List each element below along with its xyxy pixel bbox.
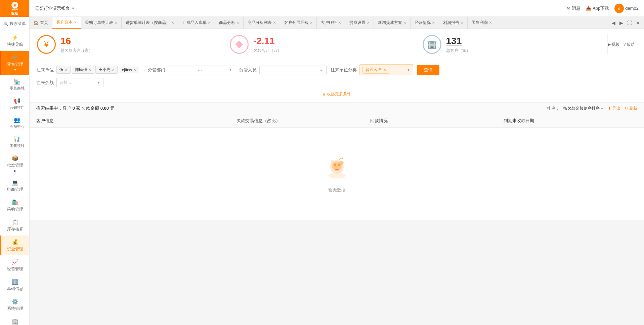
stat-total-debt-customers: ¥ 16 总欠款客户（家）	[36, 34, 222, 55]
sidebar: ¥ 畅捷通 标版 🔍 搜索菜单 ⚡ 快捷导航 🛒 零售管理 ▼ 🏪 零售商城 📢…	[0, 0, 30, 325]
tab-close-business-status[interactable]: ✕	[432, 21, 435, 25]
tab-home[interactable]: 🏠 首页	[30, 17, 52, 29]
sidebar-item-member[interactable]: 👥 会员中心	[0, 113, 29, 133]
home-icon: 🏠	[34, 21, 39, 25]
tab-product-instock[interactable]: 产成品入库单 ✕	[178, 17, 215, 29]
operations-label: 经营管理	[7, 266, 23, 272]
balance-select[interactable]: 选择... ▼	[56, 78, 103, 87]
sort-select[interactable]: 按欠款金额倒序排序 ▼	[563, 106, 604, 111]
search-menu-button[interactable]: 🔍 搜索菜单	[2, 20, 27, 28]
collapse-button[interactable]: ∧ 收起更多条件	[318, 90, 355, 98]
tab-product-analysis-list[interactable]: 商品分析列表 ✕	[244, 17, 280, 29]
tab-maximize-button[interactable]: ⛶	[626, 20, 633, 26]
refresh-button[interactable]: ↻ 刷新	[625, 106, 637, 111]
sidebar-item-ecommerce[interactable]: 💻 电商管理	[0, 176, 29, 196]
sidebar-item-quick-nav[interactable]: ⚡ 快捷导航	[0, 31, 29, 51]
collapse-section: ∧ 收起更多条件	[36, 90, 637, 98]
sidebar-item-retail-stats[interactable]: 📊 零售统计	[0, 133, 29, 152]
sidebar-item-system[interactable]: ⚙️ 系统管理	[0, 295, 29, 315]
tab-promotion-settings[interactable]: 提成设置 ✕	[345, 17, 374, 29]
result-info: 搜索结果中，客户 0 家 欠款金额 0.00 元	[36, 105, 115, 111]
operations-icon: 📈	[12, 259, 18, 265]
tab-profit-report-label: 利润报告	[443, 20, 459, 26]
sidebar-item-basic-info[interactable]: ℹ️ 基础信息	[0, 275, 29, 295]
tab-stock-stats[interactable]: 进货单统计表（按商品） ✕	[122, 17, 178, 29]
tab-product-analysis[interactable]: 商品分析 ✕	[215, 17, 244, 29]
filter-more-tags[interactable]: ···	[140, 68, 144, 72]
filter-tag-chen-close[interactable]: ✕	[88, 68, 91, 72]
tab-customer-segment[interactable]: 客户分层经营 ✕	[280, 17, 317, 29]
filter-tag-wu-close[interactable]: ✕	[65, 68, 68, 72]
tab-profit-report[interactable]: 利润报告 ✕	[439, 17, 468, 29]
user-profile[interactable]: d demo2	[614, 4, 639, 13]
sidebar-item-retail-mall[interactable]: 🏪 零售商城	[0, 75, 29, 94]
filter-tag-cjttcw-close[interactable]: ✕	[133, 68, 136, 72]
tab-retail-profit[interactable]: 零售利润 ✕	[468, 17, 496, 29]
tab-new-promo[interactable]: 新增提成方案 ✕	[374, 17, 411, 29]
tab-close-stock-stats[interactable]: ✕	[171, 21, 174, 25]
tab-close-retail-profit[interactable]: ✕	[489, 21, 492, 25]
tab-close-all-button[interactable]: ✕	[635, 20, 641, 26]
tab-close-new-promo[interactable]: ✕	[403, 21, 406, 25]
sidebar-item-finance[interactable]: 💰 资金管理	[0, 236, 29, 255]
tab-close-customer-contact[interactable]: ✕	[338, 21, 341, 25]
enterprise-icon: 🏢	[12, 318, 18, 325]
tab-close-product-instock[interactable]: ✕	[208, 21, 211, 25]
help-link[interactable]: ? 帮助	[624, 42, 635, 47]
unit-type-tag-close[interactable]: ✕	[383, 68, 386, 72]
video-link[interactable]: ▶ 视频	[608, 42, 619, 47]
unit-type-selected-text: 普通客户	[366, 67, 382, 73]
sidebar-item-purchase[interactable]: 🛍️ 采购管理	[0, 196, 29, 216]
person-filter-input[interactable]: ···	[259, 66, 327, 74]
filter-tag-wang-close[interactable]: ✕	[112, 68, 115, 72]
tab-customer-contact[interactable]: 客户联络 ✕	[317, 17, 345, 29]
empty-icon	[324, 155, 350, 182]
tab-close-customer-segment[interactable]: ✕	[310, 21, 312, 25]
tab-close-profit-report[interactable]: ✕	[461, 21, 463, 25]
stat-total-customers: 🏢 131 总客户（家）	[415, 34, 608, 55]
sidebar-item-enterprise[interactable]: 🏢 企业协同	[0, 315, 29, 325]
search-count-value: 0	[73, 106, 75, 111]
tab-close-purchase-order[interactable]: ✕	[115, 21, 117, 25]
empty-state: 暂无数据	[30, 128, 644, 220]
dept-filter-input[interactable]: ··· ▼	[168, 66, 235, 74]
stats-bar: ¥ 16 总欠款客户（家） -2.11	[30, 29, 644, 60]
query-button[interactable]: 查询	[417, 65, 439, 75]
query-label: 查询	[424, 67, 433, 72]
table-col-due-date: 到期未收款日期	[504, 118, 637, 124]
message-button[interactable]: ✉ 消息	[567, 5, 581, 11]
filter-tag-wang-text: 王小亮	[98, 67, 111, 73]
unit-type-select[interactable]: 普通客户 ✕ ▼	[359, 64, 413, 75]
tab-customer-account[interactable]: 客户账本 ✕	[52, 17, 81, 29]
tab-business-status[interactable]: 经营情况 ✕	[411, 17, 439, 29]
tab-promotion-settings-label: 提成设置	[349, 20, 366, 26]
sort-chevron-icon: ▼	[600, 107, 604, 110]
sidebar-item-operations[interactable]: 📈 经营管理	[0, 255, 29, 275]
tab-close-promotion-settings[interactable]: ✕	[367, 21, 370, 25]
total-debt-customers-number: 16	[60, 35, 93, 47]
avatar-text: d	[618, 6, 620, 10]
unit-filter-tags: 伍 ✕ 陈民强 ✕ 王小亮 ✕	[56, 66, 144, 74]
app-download-button[interactable]: 📥 App下载	[586, 5, 609, 11]
tab-close-product-analysis-list[interactable]: ✕	[273, 21, 276, 25]
export-button[interactable]: ⬇ 导出	[608, 106, 620, 111]
sidebar-item-wholesale[interactable]: 📦 批发管理 ▶	[0, 152, 29, 176]
tab-close-product-analysis[interactable]: ✕	[237, 21, 239, 25]
sidebar-item-marketing[interactable]: 📢 营销推广	[0, 94, 29, 113]
tab-product-instock-label: 产成品入库单	[182, 20, 207, 26]
sidebar-item-retail[interactable]: 🛒 零售管理 ▼	[0, 51, 29, 75]
unit-type-filter-section: 往来单位分类 普通客户 ✕ ▼	[331, 64, 413, 75]
tab-scroll-right-button[interactable]: ▶	[618, 20, 625, 26]
tab-close-customer-account[interactable]: ✕	[74, 21, 77, 24]
dept-chevron-icon: ▼	[229, 68, 232, 72]
tab-product-analysis-list-label: 商品分析列表	[248, 20, 272, 26]
tab-scroll-left-button[interactable]: ◀	[610, 20, 617, 26]
building-circle-icon: 🏢	[423, 35, 441, 54]
account-selector[interactable]: 母婴行业演示帐套 ▼	[35, 5, 75, 11]
sidebar-search-section: 🔍 搜索菜单	[0, 17, 29, 31]
tab-customer-segment-label: 客户分层经营	[284, 20, 308, 26]
tab-purchase-order[interactable]: 采购订单统计表 ✕	[81, 17, 122, 29]
video-icon: ▶	[608, 42, 611, 47]
sidebar-item-inventory[interactable]: 📋 库存核算	[0, 216, 29, 236]
finance-icon: 💰	[12, 239, 18, 245]
